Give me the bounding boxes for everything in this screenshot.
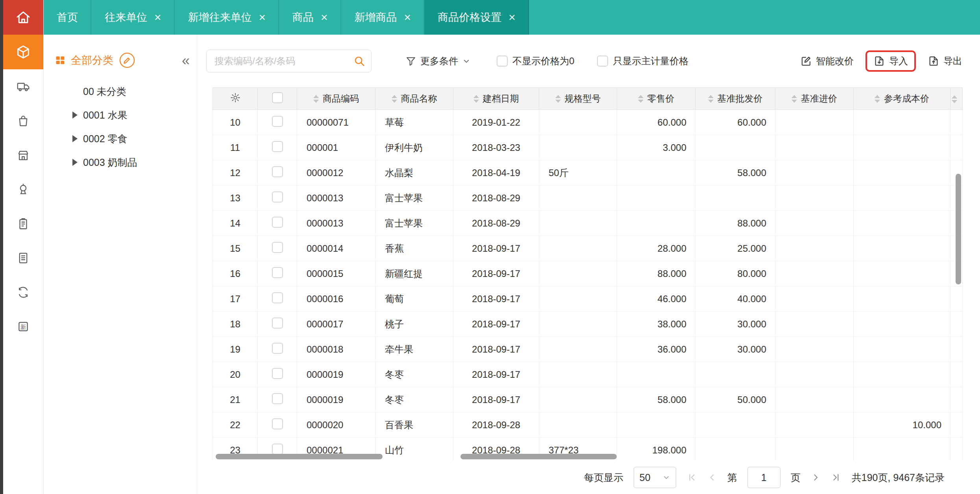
sidebar-item-new-doc[interactable]: 新 [3, 309, 43, 344]
sidebar-item-bag[interactable] [3, 104, 43, 138]
tab-close-icon[interactable]: × [404, 11, 411, 23]
sort-icon[interactable] [555, 95, 561, 103]
table-row[interactable]: 180000017桃子2018-09-1738.00030.000 [213, 312, 963, 337]
table-row[interactable]: 150000014香蕉2018-09-1728.00025.000 [213, 236, 963, 261]
sort-icon[interactable] [638, 95, 643, 103]
tab-商品[interactable]: 商品× [279, 0, 341, 35]
row-checkbox[interactable] [272, 141, 283, 152]
row-checkbox[interactable] [272, 166, 283, 177]
sidebar-item-sync[interactable] [3, 275, 43, 309]
settings-column-header[interactable] [213, 88, 258, 110]
search-input[interactable] [206, 50, 372, 72]
row-select-cell[interactable] [258, 160, 297, 186]
table-row[interactable]: 220000020百香果2018-09-2810.000 [213, 412, 963, 438]
checkbox-icon[interactable] [597, 56, 608, 67]
page-number-input[interactable] [747, 467, 780, 488]
row-checkbox[interactable] [272, 393, 283, 404]
table-row[interactable]: 11000001伊利牛奶2018-03-233.000 [213, 135, 963, 160]
sort-icon[interactable] [952, 95, 957, 103]
tab-商品价格设置[interactable]: 商品价格设置× [424, 0, 529, 35]
tab-新增商品[interactable]: 新增商品× [341, 0, 425, 35]
column-header-name[interactable]: 商品名称 [375, 88, 453, 110]
row-checkbox[interactable] [272, 191, 283, 202]
row-select-cell[interactable] [258, 211, 297, 236]
last-page-button[interactable] [831, 472, 841, 483]
table-row[interactable]: 120000012水晶梨2018-04-1950斤58.000 [213, 160, 963, 186]
expand-arrow-icon[interactable] [72, 159, 78, 166]
import-button[interactable]: 导入 [873, 55, 908, 67]
column-header-retail[interactable]: 零售价 [617, 88, 695, 110]
row-select-cell[interactable] [258, 286, 297, 312]
row-checkbox[interactable] [272, 418, 283, 429]
sidebar-item-store[interactable] [3, 138, 43, 172]
sidebar-item-pot[interactable] [3, 172, 43, 206]
expand-arrow-icon[interactable] [72, 111, 78, 119]
category-item[interactable]: 00 未分类 [43, 80, 197, 103]
sort-icon[interactable] [473, 95, 479, 103]
select-all-header[interactable] [258, 88, 297, 110]
row-select-cell[interactable] [258, 236, 297, 261]
sidebar-item-clipboard[interactable] [3, 206, 43, 241]
main-unit-only-checkbox[interactable]: 只显示主计量价格 [597, 55, 688, 67]
table-row[interactable]: 1000000071草莓2019-01-2260.00060.000 [213, 110, 963, 135]
smart-reprice-button[interactable]: 智能改价 [800, 55, 854, 67]
row-select-cell[interactable] [258, 312, 297, 337]
table-row[interactable]: 190000018牵牛果2018-09-1736.00030.000 [213, 337, 963, 362]
export-button[interactable]: 导出 [928, 55, 962, 67]
table-row[interactable]: 160000015新疆红提2018-09-1788.00080.000 [213, 261, 963, 286]
sidebar-item-document[interactable] [3, 241, 43, 275]
row-checkbox[interactable] [272, 292, 283, 303]
vertical-scrollbar-thumb[interactable] [956, 174, 961, 284]
column-header-wholesale[interactable]: 基准批发价 [695, 88, 775, 110]
first-page-button[interactable] [686, 472, 697, 483]
select-all-checkbox[interactable] [272, 92, 283, 103]
row-select-cell[interactable] [258, 362, 297, 387]
column-header-purchase[interactable]: 基准进价 [775, 88, 854, 110]
category-item[interactable]: 0001 水果 [43, 103, 197, 127]
prev-page-button[interactable] [707, 472, 717, 483]
tab-close-icon[interactable]: × [508, 11, 516, 23]
row-checkbox[interactable] [272, 217, 283, 228]
row-select-cell[interactable] [258, 412, 297, 438]
edit-category-icon[interactable] [119, 52, 135, 69]
row-checkbox[interactable] [272, 242, 283, 253]
tab-新增往来单位[interactable]: 新增往来单位× [175, 0, 279, 35]
sort-icon[interactable] [392, 95, 397, 103]
sort-icon[interactable] [791, 95, 797, 103]
horizontal-scrollbar-thumb-right[interactable] [460, 454, 617, 459]
hide-zero-price-checkbox[interactable]: 不显示价格为0 [497, 55, 574, 67]
sidebar-item-home[interactable] [3, 0, 43, 35]
sort-icon[interactable] [708, 95, 714, 103]
row-checkbox[interactable] [272, 368, 283, 379]
table-row[interactable]: 200000019冬枣2018-09-17 [213, 362, 963, 387]
tab-close-icon[interactable]: × [321, 11, 328, 23]
category-item[interactable]: 0003 奶制品 [43, 150, 197, 174]
sort-icon[interactable] [875, 95, 880, 103]
row-checkbox[interactable] [272, 444, 283, 455]
per-page-select[interactable]: 50 [634, 467, 676, 488]
column-header-cost[interactable]: 参考成本价 [854, 88, 950, 110]
row-select-cell[interactable] [258, 110, 297, 135]
row-select-cell[interactable] [258, 261, 297, 286]
next-page-button[interactable] [811, 472, 821, 483]
row-select-cell[interactable] [258, 337, 297, 362]
row-checkbox[interactable] [272, 343, 283, 354]
column-header-spec[interactable]: 规格型号 [539, 88, 617, 110]
table-row[interactable]: 170000016葡萄2018-09-1746.00040.000 [213, 286, 963, 312]
table-row[interactable]: 130000013富士苹果2018-08-29 [213, 186, 963, 211]
column-header-date[interactable]: 建档日期 [453, 88, 539, 110]
tab-close-icon[interactable]: × [154, 11, 161, 23]
checkbox-icon[interactable] [497, 56, 508, 67]
tab-close-icon[interactable]: × [259, 11, 266, 23]
row-select-cell[interactable] [258, 387, 297, 412]
expand-arrow-icon[interactable] [72, 135, 78, 142]
column-header-code[interactable]: 商品编码 [297, 88, 375, 110]
category-item[interactable]: 0002 零食 [43, 127, 197, 150]
sort-icon[interactable] [313, 95, 319, 103]
row-select-cell[interactable] [258, 135, 297, 160]
tab-往来单位[interactable]: 往来单位× [91, 0, 175, 35]
tab-首页[interactable]: 首页 [43, 0, 91, 35]
horizontal-scrollbar-thumb-left[interactable] [216, 454, 383, 459]
column-header-clipped[interactable] [950, 88, 963, 110]
row-checkbox[interactable] [272, 267, 283, 278]
